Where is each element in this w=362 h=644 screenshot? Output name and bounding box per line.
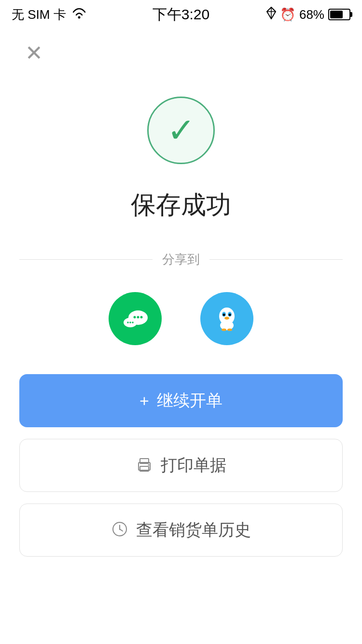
status-bar: 无 SIM 卡 下午3:20 ⏰ 68% xyxy=(0,0,362,29)
svg-line-24 xyxy=(120,529,123,531)
close-icon: ✕ xyxy=(25,42,43,64)
history-label: 查看销货单历史 xyxy=(136,519,251,541)
printer-icon xyxy=(136,456,153,476)
wifi-icon xyxy=(71,7,87,23)
plus-icon: + xyxy=(139,392,149,409)
share-section: 分享到 xyxy=(19,251,343,345)
checkmark-icon: ✓ xyxy=(167,113,195,147)
wechat-share-button[interactable] xyxy=(109,292,162,345)
battery-icon xyxy=(328,9,350,20)
svg-point-21 xyxy=(148,464,150,465)
svg-point-11 xyxy=(223,314,225,316)
clock-icon xyxy=(111,520,128,540)
carrier-info: 无 SIM 卡 xyxy=(12,6,87,23)
check-circle: ✓ xyxy=(147,97,215,164)
main-content: ✕ ✓ 保存成功 分享到 xyxy=(0,29,362,644)
share-divider: 分享到 xyxy=(19,251,343,268)
svg-point-0 xyxy=(78,16,80,18)
svg-point-15 xyxy=(220,321,234,330)
carrier-text: 无 SIM 卡 xyxy=(12,6,66,23)
qq-share-button[interactable] xyxy=(200,292,253,345)
svg-point-3 xyxy=(137,316,139,318)
print-label: 打印单据 xyxy=(161,454,226,476)
continue-button[interactable]: + 继续开单 xyxy=(19,374,343,427)
success-title: 保存成功 xyxy=(131,188,231,222)
system-icons: ⏰ 68% xyxy=(266,7,350,23)
history-button[interactable]: 查看销货单历史 xyxy=(19,504,343,557)
wechat-icon xyxy=(120,303,151,335)
close-button[interactable]: ✕ xyxy=(19,39,48,68)
svg-point-14 xyxy=(224,317,229,320)
svg-point-8 xyxy=(132,322,134,323)
svg-point-4 xyxy=(140,316,142,318)
svg-point-16 xyxy=(222,329,226,331)
location-icon xyxy=(266,7,276,23)
share-label: 分享到 xyxy=(162,251,200,268)
qq-icon xyxy=(212,304,241,333)
share-icons xyxy=(19,292,343,345)
svg-point-17 xyxy=(227,329,232,331)
alarm-icon: ⏰ xyxy=(280,7,295,22)
svg-point-6 xyxy=(127,322,129,323)
svg-point-7 xyxy=(129,322,131,323)
action-buttons: + 继续开单 打印单据 xyxy=(19,374,343,557)
svg-point-13 xyxy=(229,314,231,316)
success-section: ✓ 保存成功 分享到 xyxy=(19,97,343,369)
svg-point-2 xyxy=(133,316,136,318)
print-button[interactable]: 打印单据 xyxy=(19,439,343,492)
continue-label: 继续开单 xyxy=(157,390,223,412)
battery-percent: 68% xyxy=(299,7,324,22)
time-display: 下午3:20 xyxy=(153,5,209,25)
